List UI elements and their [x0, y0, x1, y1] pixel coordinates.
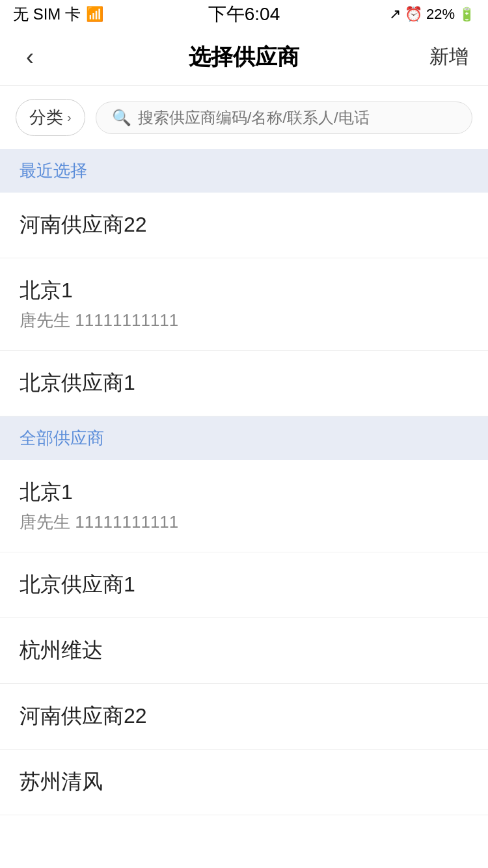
battery-text: 22% [426, 6, 455, 23]
category-label: 分类 [29, 106, 63, 129]
carrier-text: 无 SIM 卡 [13, 4, 81, 25]
location-icon: ↗ [389, 6, 401, 23]
item-name: 苏州清风 [20, 768, 468, 796]
status-left: 无 SIM 卡 📶 [13, 4, 103, 25]
category-button[interactable]: 分类 › [16, 99, 85, 136]
list-item[interactable]: 河南供应商22 [0, 193, 488, 258]
all-section-header: 全部供应商 [0, 416, 488, 460]
recent-items-list: 河南供应商22北京1唐先生 11111111111北京供应商1 [0, 193, 488, 416]
category-arrow-icon: › [67, 110, 72, 125]
item-name: 北京1 [20, 277, 468, 305]
recent-section-label: 最近选择 [20, 161, 87, 180]
status-time: 下午6:04 [208, 2, 280, 27]
list-item[interactable]: 苏州清风 [0, 750, 488, 815]
list-item[interactable]: 北京供应商1 [0, 552, 488, 618]
item-name: 杭州维达 [20, 636, 468, 665]
search-box[interactable]: 🔍 [96, 102, 472, 134]
status-right: ↗ ⏰ 22% 🔋 [389, 6, 475, 23]
item-name: 河南供应商22 [20, 702, 468, 731]
all-items-list: 北京1唐先生 11111111111北京供应商1杭州维达河南供应商22苏州清风 [0, 460, 488, 815]
wifi-icon: 📶 [86, 6, 103, 23]
filter-bar: 分类 › 🔍 [0, 86, 488, 149]
search-input[interactable] [138, 109, 456, 127]
alarm-icon: ⏰ [405, 6, 422, 23]
status-bar: 无 SIM 卡 📶 下午6:04 ↗ ⏰ 22% 🔋 [0, 0, 488, 29]
nav-bar: ‹ 选择供应商 新增 [0, 29, 488, 86]
battery-icon: 🔋 [459, 7, 475, 22]
page-title: 选择供应商 [189, 42, 299, 72]
item-name: 河南供应商22 [20, 211, 468, 239]
recent-section-header: 最近选择 [0, 149, 488, 193]
item-sub: 唐先生 11111111111 [20, 511, 468, 534]
item-name: 北京1 [20, 478, 468, 507]
back-button[interactable]: ‹ [20, 37, 40, 77]
list-item[interactable]: 北京1唐先生 11111111111 [0, 258, 488, 351]
list-item[interactable]: 北京1唐先生 11111111111 [0, 460, 488, 552]
search-icon: 🔍 [112, 109, 131, 127]
add-button[interactable]: 新增 [429, 44, 468, 70]
all-section-label: 全部供应商 [20, 428, 104, 448]
list-item[interactable]: 河南供应商22 [0, 684, 488, 750]
list-item[interactable]: 北京供应商1 [0, 351, 488, 416]
item-name: 北京供应商1 [20, 369, 468, 398]
item-name: 北京供应商1 [20, 571, 468, 599]
list-item[interactable]: 杭州维达 [0, 618, 488, 684]
item-sub: 唐先生 11111111111 [20, 309, 468, 332]
